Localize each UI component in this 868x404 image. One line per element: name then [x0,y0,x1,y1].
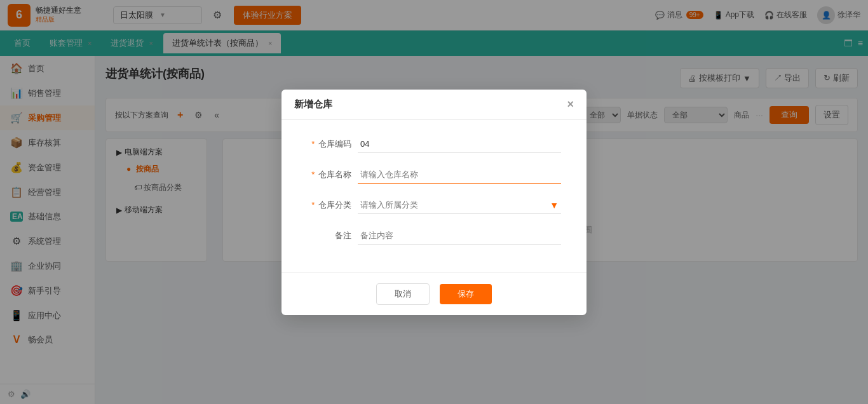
form-row-note: 备注 [307,227,561,245]
form-row-category: * 仓库分类 ▼ [307,196,561,214]
category-input[interactable] [358,196,561,214]
dialog-title: 新增仓库 [294,98,332,111]
code-label: * 仓库编码 [307,138,351,150]
code-input[interactable] [358,135,561,153]
dialog-close-btn[interactable]: × [567,98,574,110]
cancel-button[interactable]: 取消 [376,283,430,305]
save-button[interactable]: 保存 [440,284,492,304]
name-input[interactable] [358,166,561,184]
form-row-name: * 仓库名称 [307,166,561,184]
note-label: 备注 [307,230,351,241]
form-row-code: * 仓库编码 [307,135,561,153]
dialog-header: 新增仓库 × [281,90,587,120]
category-select-wrapper: ▼ [358,196,561,214]
note-input[interactable] [358,227,561,245]
dialog-footer: 取消 保存 [281,273,587,315]
modal-overlay: 新增仓库 × * 仓库编码 * 仓库名称 [0,0,868,404]
new-warehouse-dialog: 新增仓库 × * 仓库编码 * 仓库名称 [281,90,587,315]
name-label: * 仓库名称 [307,169,351,180]
category-label: * 仓库分类 [307,199,351,211]
dialog-body: * 仓库编码 * 仓库名称 * 仓库分类 [281,120,587,273]
